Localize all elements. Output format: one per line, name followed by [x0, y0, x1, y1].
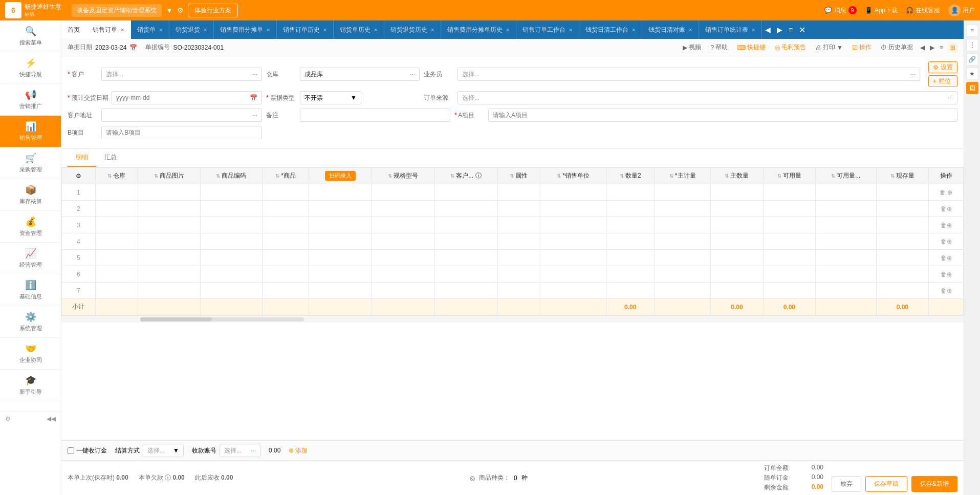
scrollbar-thumb[interactable]: [140, 317, 212, 321]
sidebar-item-finance[interactable]: 💰 资金管理: [0, 211, 61, 243]
industry-btn[interactable]: 体验行业方案: [188, 4, 238, 17]
tab-summary[interactable]: 汇总: [96, 149, 125, 167]
settings-btn[interactable]: ⚙ 设置: [928, 61, 957, 73]
sidebar-item-operation[interactable]: 📈 经营管理: [0, 243, 61, 274]
tab-sales-order[interactable]: 销售订单 ✕: [86, 20, 131, 39]
th-unit[interactable]: ⇅*销售单位: [540, 168, 606, 184]
th-spec[interactable]: ⇅规格型号: [372, 168, 434, 184]
th-warehouse[interactable]: ⇅仓库: [95, 168, 138, 184]
tab-prev-btn[interactable]: ◀: [762, 26, 774, 34]
add-column-btn[interactable]: + 栏位: [928, 75, 957, 87]
warehouse-dots-icon[interactable]: ···: [410, 71, 415, 78]
cell-main-unit[interactable]: [655, 184, 711, 201]
sidebar-item-sales[interactable]: 📊 销售管理: [0, 116, 61, 147]
tab-home[interactable]: 首页: [61, 20, 86, 39]
sidebar-item-collab[interactable]: 🤝 企业协同: [0, 338, 61, 370]
cell-stock[interactable]: [876, 184, 928, 201]
sidebar-item-basic-info[interactable]: ℹ️ 基础信息: [0, 274, 61, 306]
app-download-btn[interactable]: 📱 App下载: [865, 6, 898, 15]
nav-left-icon[interactable]: ◀: [920, 44, 925, 51]
tab-close-icon[interactable]: ✕: [120, 27, 124, 33]
delete-icon[interactable]: 🗑: [941, 254, 947, 262]
tab-expense-split[interactable]: 销售费用分摊单 ✕: [214, 20, 277, 39]
staff-input[interactable]: 选择... ···: [458, 68, 920, 81]
a-project-input[interactable]: [488, 109, 957, 122]
settings-gear-icon[interactable]: ⚙: [177, 6, 184, 14]
profit-btn[interactable]: ◎毛利预告: [773, 42, 808, 53]
cell-code[interactable]: [200, 184, 263, 201]
right-panel-btn-1[interactable]: ≡: [966, 25, 978, 37]
tab-return[interactable]: 销货退货 ✕: [169, 20, 214, 39]
tab-close-icon[interactable]: ✕: [631, 27, 636, 33]
scan-btn[interactable]: 扫码录入: [325, 171, 356, 181]
list-view-icon[interactable]: ≡: [940, 44, 943, 51]
tab-expense-history[interactable]: 销售费用分摊单历史 ✕: [441, 20, 516, 39]
tab-close-icon[interactable]: ✕: [569, 27, 573, 33]
scrollbar-track[interactable]: [140, 317, 304, 321]
delete-icon[interactable]: 🗑: [941, 271, 947, 278]
account-input[interactable]: 选择... ···: [220, 444, 260, 457]
tab-close-icon[interactable]: ✕: [159, 27, 163, 33]
print-btn[interactable]: 🖨打印 ▼: [813, 42, 845, 53]
sidebar-item-system[interactable]: ⚙️ 系统管理: [0, 306, 61, 338]
th-main-qty[interactable]: ⇅主数量: [711, 168, 763, 184]
tab-sales-stats[interactable]: 销售订单统计表 ✕: [699, 20, 762, 39]
address-dots-icon[interactable]: ···: [252, 112, 257, 119]
cell-customer-code[interactable]: [434, 184, 497, 201]
delivery-date-text[interactable]: [116, 94, 250, 101]
cell-image[interactable]: [138, 184, 200, 201]
cell-qty2[interactable]: [606, 184, 655, 201]
calendar-icon[interactable]: 📅: [250, 94, 257, 101]
delete-icon[interactable]: 🗑: [940, 189, 946, 196]
add-payment-btn[interactable]: ⊕ 添加: [289, 446, 308, 455]
nav-right-icon[interactable]: ▶: [930, 44, 934, 51]
tab-menu-btn[interactable]: ≡: [786, 26, 796, 34]
th-available[interactable]: ⇅可用量: [763, 168, 815, 184]
copy-icon[interactable]: ⊕: [947, 205, 952, 212]
help-btn[interactable]: ?帮助: [708, 42, 730, 53]
product-count-icon[interactable]: ◎: [470, 475, 475, 482]
sidebar-collapse-icon[interactable]: ◀◀: [47, 415, 56, 422]
right-panel-btn-2[interactable]: ⋮: [966, 39, 978, 51]
message-btn[interactable]: 💬 消息 9: [824, 6, 857, 15]
delivery-date-input[interactable]: 📅: [112, 91, 262, 104]
tab-close-icon[interactable]: ✕: [506, 27, 510, 33]
shortcut-btn[interactable]: ⌨快捷键: [735, 42, 768, 53]
th-settings[interactable]: ⚙: [62, 168, 96, 184]
right-panel-btn-5[interactable]: 🖼: [966, 82, 978, 94]
system-dropdown-icon[interactable]: ▼: [166, 6, 173, 14]
calendar-icon[interactable]: 📅: [129, 44, 137, 51]
th-image[interactable]: ⇅商品图片: [138, 168, 200, 184]
tab-sales-history[interactable]: 销货单历史 ✕: [334, 20, 384, 39]
tab-next-btn[interactable]: ▶: [774, 26, 786, 34]
right-panel-btn-4[interactable]: ★: [966, 68, 978, 80]
payment-method-select[interactable]: 选择... ▼: [143, 444, 184, 457]
tab-close-icon[interactable]: ✕: [688, 27, 692, 33]
tab-workbench[interactable]: 销售订单工作台 ✕: [516, 20, 579, 39]
customer-input[interactable]: 选择... ···: [101, 68, 262, 81]
tab-close-icon[interactable]: ✕: [266, 27, 270, 33]
th-available2[interactable]: ⇅可用量...: [816, 168, 877, 184]
address-input[interactable]: ···: [101, 109, 262, 122]
sidebar-item-quicknav[interactable]: ⚡ 快捷导航: [0, 52, 61, 84]
tab-order-history[interactable]: 销售订单历史 ✕: [277, 20, 334, 39]
tab-close-icon[interactable]: ✕: [430, 27, 434, 33]
cell-product[interactable]: [263, 184, 309, 201]
tab-daily-clear[interactable]: 钱货日清工作台 ✕: [579, 20, 642, 39]
th-product[interactable]: ⇅*商品: [263, 168, 309, 184]
th-qty2[interactable]: ⇅数量2: [606, 168, 655, 184]
sidebar-item-purchase[interactable]: 🛒 采购管理: [0, 147, 61, 179]
discard-btn[interactable]: 放弃: [832, 476, 861, 492]
th-stock[interactable]: ⇅现存量: [876, 168, 928, 184]
one-click-checkbox[interactable]: [68, 447, 74, 454]
sidebar-item-search[interactable]: 🔍 搜索菜单: [0, 20, 61, 52]
cell-unit[interactable]: [540, 184, 606, 201]
cell-attr[interactable]: [497, 184, 540, 201]
tab-return-history[interactable]: 销货退货历史 ✕: [384, 20, 441, 39]
warehouse-input[interactable]: 成品库 ···: [300, 68, 420, 81]
tab-close-icon[interactable]: ✕: [751, 27, 755, 33]
copy-icon[interactable]: ⊕: [947, 271, 952, 278]
cell-warehouse[interactable]: [95, 184, 138, 201]
staff-dots-icon[interactable]: ···: [910, 71, 916, 78]
view-video-btn[interactable]: ▶视频: [681, 42, 703, 53]
